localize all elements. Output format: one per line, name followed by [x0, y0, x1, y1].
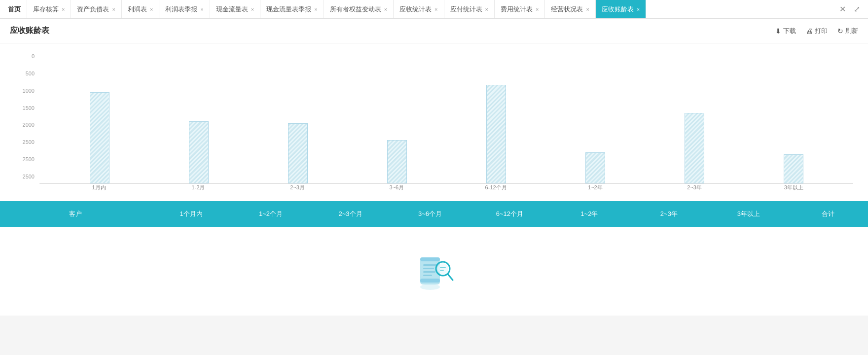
- tab-cashflow[interactable]: 现金流量表×: [210, 0, 260, 19]
- svg-point-0: [420, 284, 440, 290]
- main-content: 2500250025002000150010005000 1月内1-2月2~3月…: [0, 43, 868, 316]
- th-customer: 客户: [0, 210, 151, 218]
- window-close-icon[interactable]: ✕: [837, 2, 848, 16]
- tab-label: 经营状况表: [551, 5, 583, 14]
- tab-label: 利润表季报: [165, 5, 197, 14]
- tab-balance-sheet[interactable]: 资产负债表×: [71, 0, 121, 19]
- tab-close-icon[interactable]: ×: [112, 6, 115, 12]
- y-axis-label: 2500: [15, 174, 35, 179]
- tab-income-quarterly[interactable]: 利润表季报×: [159, 0, 210, 19]
- tab-cashflow-quarterly[interactable]: 现金流量表季报×: [260, 0, 324, 19]
- print-button[interactable]: 🖨 打印: [806, 27, 828, 36]
- x-axis-label: 2~3月: [248, 184, 347, 191]
- th-month2_3: 2~3个月: [311, 210, 390, 218]
- svg-rect-5: [423, 268, 434, 269]
- download-label: 下载: [783, 27, 796, 36]
- bar: [585, 152, 605, 183]
- th-month6_12: 6~12个月: [470, 210, 549, 218]
- tab-home-label: 首页: [8, 5, 21, 14]
- bar-group: [685, 113, 704, 183]
- refresh-icon: ↻: [837, 27, 843, 35]
- bar: [486, 85, 506, 183]
- bar-group: [189, 121, 209, 183]
- bar-group: [387, 140, 407, 183]
- refresh-label: 刷新: [845, 27, 858, 36]
- tab-label: 现金流量表季报: [266, 5, 311, 14]
- window-maximize-icon[interactable]: ⤢: [852, 2, 862, 16]
- header-actions: ⬇ 下载 🖨 打印 ↻ 刷新: [775, 27, 858, 36]
- th-total: 合计: [789, 210, 868, 218]
- tab-close-icon[interactable]: ×: [485, 6, 488, 12]
- tab-close-icon[interactable]: ×: [637, 6, 640, 12]
- tab-ar-aging[interactable]: 应收账龄表×: [596, 0, 646, 19]
- tab-bar: 首页 库存核算×资产负债表×利润表×利润表季报×现金流量表×现金流量表季报×所有…: [0, 0, 868, 19]
- svg-point-9: [437, 263, 448, 274]
- tab-close-icon[interactable]: ×: [150, 6, 153, 12]
- y-axis-label: 1000: [15, 88, 35, 94]
- table-body: [0, 227, 868, 316]
- tab-label: 现金流量表: [216, 5, 248, 14]
- tab-expense-stat[interactable]: 费用统计表×: [495, 0, 545, 19]
- refresh-button[interactable]: ↻ 刷新: [837, 27, 858, 36]
- th-year3plus: 3年以上: [709, 210, 788, 218]
- tab-close-icon[interactable]: ×: [314, 6, 317, 12]
- empty-state: [399, 242, 469, 301]
- svg-rect-6: [423, 271, 435, 273]
- tab-close-icon[interactable]: ×: [251, 6, 254, 12]
- tab-ap-stat[interactable]: 应付统计表×: [444, 0, 495, 19]
- bar: [90, 92, 109, 183]
- svg-rect-11: [440, 267, 446, 268]
- svg-rect-4: [423, 264, 437, 266]
- tab-close-icon[interactable]: ×: [200, 6, 203, 12]
- svg-rect-2: [420, 257, 440, 261]
- tab-close-icon[interactable]: ×: [536, 6, 539, 12]
- tab-income[interactable]: 利润表×: [122, 0, 159, 19]
- tab-label: 资产负债表: [77, 5, 109, 14]
- tab-close-icon[interactable]: ×: [62, 6, 65, 12]
- x-axis-label: 6-12个月: [446, 184, 545, 191]
- chart-container: 2500250025002000150010005000 1月内1-2月2~3月…: [15, 53, 853, 191]
- bar-group: [486, 85, 506, 183]
- chart-inner: 1月内1-2月2~3月3~6月6-12个月1~2年2~3年3年以上: [39, 183, 853, 191]
- tab-close-icon[interactable]: ×: [384, 6, 387, 12]
- bar: [288, 123, 308, 183]
- bar: [387, 140, 407, 183]
- tab-label: 利润表: [128, 5, 147, 14]
- bar: [189, 121, 209, 183]
- tab-ar-stat[interactable]: 应收统计表×: [394, 0, 444, 19]
- tab-label: 库存核算: [33, 5, 59, 14]
- x-axis-label: 1~2年: [545, 184, 645, 191]
- tab-label: 应付统计表: [450, 5, 482, 14]
- tab-home[interactable]: 首页: [2, 0, 27, 19]
- tab-inventory[interactable]: 库存核算×: [27, 0, 71, 19]
- table-header: 客户1个月内1~2个月2~3个月3~6个月6~12个月1~2年2~3年3年以上合…: [0, 201, 868, 227]
- bar: [784, 154, 803, 183]
- svg-rect-12: [440, 270, 444, 271]
- y-axis-label: 0: [15, 53, 35, 59]
- svg-line-10: [448, 274, 453, 280]
- print-label: 打印: [815, 27, 828, 36]
- download-button[interactable]: ⬇ 下载: [775, 27, 796, 36]
- print-icon: 🖨: [806, 27, 813, 35]
- tab-equity[interactable]: 所有者权益变动表×: [324, 0, 394, 19]
- tab-bar-actions: ✕ ⤢: [837, 2, 866, 16]
- tab-close-icon[interactable]: ×: [586, 6, 589, 12]
- tab-close-icon[interactable]: ×: [434, 6, 437, 12]
- x-axis-label: 1-2月: [148, 184, 248, 191]
- tab-operations[interactable]: 经营状况表×: [545, 0, 595, 19]
- bar-group: [288, 123, 308, 183]
- chart-area: 2500250025002000150010005000 1月内1-2月2~3月…: [0, 43, 868, 201]
- th-month1: 1个月内: [151, 210, 231, 218]
- tab-label: 应收账龄表: [602, 5, 634, 14]
- svg-rect-7: [423, 275, 432, 276]
- grid-line: [40, 183, 853, 183]
- chart-grid-bars: [39, 183, 853, 184]
- x-axis-label: 1月内: [49, 184, 148, 191]
- bar: [685, 113, 704, 183]
- th-year1_2: 1~2年: [549, 210, 629, 218]
- page-title: 应收账龄表: [10, 26, 49, 36]
- x-axis-label: 3年以上: [744, 184, 843, 191]
- tab-label: 费用统计表: [501, 5, 533, 14]
- th-month3_6: 3~6个月: [390, 210, 470, 218]
- y-axis-label: 1500: [15, 105, 35, 111]
